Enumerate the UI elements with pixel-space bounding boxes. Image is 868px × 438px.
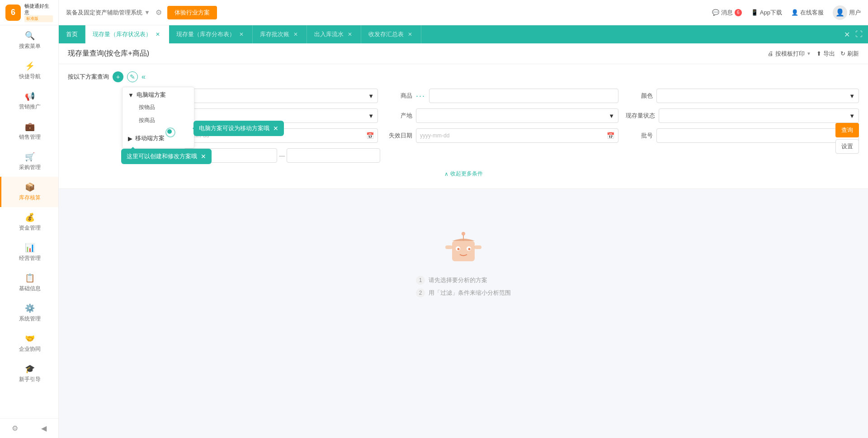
svg-rect-5 [445,245,453,249]
user-action[interactable]: 👤 用户 [833,5,861,20]
sidebar-item-management[interactable]: 📊 经营管理 [0,237,58,268]
chevron-down-icon: ▼ [144,9,150,16]
message-action[interactable]: 💬 消息 6 [712,9,742,17]
chevron-down-color: ▼ [849,93,855,99]
inventory-icon: 📦 [25,182,35,192]
chevron-down-origin: ▼ [609,113,614,119]
refresh-btn[interactable]: ↻ 刷新 [840,50,859,58]
tab-close-flow[interactable]: ✕ [346,31,354,38]
settings-bottom-btn[interactable]: ⚙ [12,424,18,433]
color-select[interactable]: ▼ [656,89,859,103]
export-btn[interactable]: ⬆ 导出 [816,50,835,58]
scheme-item-product2[interactable]: 按商品 [128,114,189,127]
tab-close-stock-dist[interactable]: ✕ [238,31,245,38]
management-icon: 📊 [25,243,35,253]
sidebar-item-inventory[interactable]: 📦 库存核算 [0,177,58,207]
cooperation-icon: 🤝 [25,334,35,344]
system-icon: ⚙️ [25,303,35,313]
warehouse-select[interactable]: ▼ [189,89,378,103]
product-label: 商品 [385,92,412,100]
collapse-sidebar-btn[interactable]: ◀ [41,424,47,433]
expire-date-from[interactable]: yyyy-mm-dd 📅 [416,128,618,143]
tab-summary[interactable]: 收发存汇总表 ✕ [361,25,421,43]
tab-maximize-btn[interactable]: ⛶ [855,30,863,38]
tooltip-edit-scheme: 这里可以创建和修改方案哦 ✕ [121,149,212,164]
svg-point-8 [462,232,465,235]
tab-batch-account[interactable]: 库存批次账 ✕ [253,25,307,43]
sidebar-item-guide[interactable]: 🎓 新手引导 [0,358,58,389]
sidebar-item-basic[interactable]: 📋 基础信息 [0,268,58,298]
avatar: 👤 [833,5,847,20]
svg-point-4 [468,248,471,250]
tab-in-out-flow[interactable]: 出入库流水 ✕ [307,25,361,43]
chevron-down-warehouse: ▼ [368,93,374,99]
quicknav-icon: ⚡ [25,61,35,71]
system-selector[interactable]: 装备及固定资产辅助管理系统 ▼ [66,9,150,17]
message-icon: 💬 [712,9,719,16]
reset-button[interactable]: 设置 [835,139,859,154]
product-select[interactable] [429,89,618,103]
batch-label: 批号 [626,132,653,140]
origin-field: 产地 ▼ [385,108,618,123]
batch-input[interactable] [656,128,859,143]
stock-status-label: 现存量状态 [626,112,655,120]
sidebar-item-sales[interactable]: 💼 销售管理 [0,116,58,146]
stock-sep: — [279,152,285,159]
sidebar-item-search[interactable]: 🔍 搜索菜单 [0,25,58,56]
print-btn[interactable]: 🖨 按模板打印 ▼ [768,50,811,58]
logo-text: 畅捷通好生意 [24,3,53,16]
calendar-prod-from-icon: 📅 [366,132,374,139]
logo-area: 6 畅捷通好生意 标准版 [0,0,58,25]
scheme-item-product1[interactable]: 按物品 [128,101,189,114]
sidebar-item-quicknav[interactable]: ⚡ 快捷导航 [0,56,58,86]
desktop-scheme-expand[interactable]: ▼ 电脑端方案 [128,91,189,99]
stock-status-select[interactable]: ▼ [659,108,859,123]
empty-state: 1 请先选择要分析的方案 2 用「过滤」条件来缩小分析范围 [59,189,868,334]
print-icon: 🖨 [768,50,774,57]
trial-button[interactable]: 体验行业方案 [167,6,217,19]
finance-icon: 💰 [25,212,35,222]
tooltip-add-close[interactable]: ✕ [273,125,278,132]
tab-close-all-btn[interactable]: ✕ [844,30,850,39]
sidebar-item-finance[interactable]: 💰 资金管理 [0,207,58,237]
tab-home[interactable]: 首页 [59,25,85,43]
batch-field: 批号 [626,128,859,143]
tooltip-add-scheme: 电脑方案可设为移动方案哦 ✕ [193,121,284,136]
product-field: 商品 ··· [385,89,618,103]
add-scheme-btn[interactable]: + [113,71,123,82]
empty-step-1: 1 请先选择要分析的方案 [416,276,511,285]
tab-bar: 首页 现存量（库存状况表） ✕ 现存量（库存分布表） ✕ 库存批次账 ✕ 出入库… [59,25,868,43]
back-arrow-btn[interactable]: « [142,73,146,81]
tab-close-summary[interactable]: ✕ [406,31,414,38]
sales-icon: 💼 [25,122,35,132]
tab-close-stock-status[interactable]: ✕ [154,31,161,38]
tab-stock-status[interactable]: 现存量（库存状况表） ✕ [85,25,169,43]
settings-icon[interactable]: ⚙ [156,8,162,17]
search-icon: 🔍 [25,31,35,41]
sidebar-item-cooperation[interactable]: 🤝 企业协同 [0,328,58,358]
collapse-filter-btn[interactable]: ∧ 收起更多条件 [68,166,859,181]
logo-icon: 6 [5,5,21,21]
tab-stock-distribution[interactable]: 现存量（库存分布表） ✕ [169,25,253,43]
support-icon: 👤 [791,9,798,16]
edit-scheme-btn[interactable]: ✎ [127,71,138,82]
stock-main-to[interactable] [287,148,380,163]
mobile-scheme-expand[interactable]: ▶ 移动端方案 [128,134,189,142]
sidebar-item-marketing[interactable]: 📢 营销推广 [0,86,58,116]
origin-select[interactable]: ▼ [416,108,618,123]
app-download-action[interactable]: 📱 App下载 [751,9,782,17]
sidebar: 6 畅捷通好生意 标准版 🔍 搜索菜单 ⚡ 快捷导航 📢 营销推广 💼 销售管理… [0,0,59,438]
color-field: 颜色 ▼ [626,89,859,103]
empty-step-2: 2 用「过滤」条件来缩小分析范围 [416,288,511,297]
sidebar-item-system[interactable]: ⚙️ 系统管理 [0,298,58,328]
basic-icon: 📋 [25,273,35,283]
online-support-action[interactable]: 👤 在线客服 [791,9,824,17]
product-dots: ··· [416,91,425,101]
sidebar-item-purchase[interactable]: 🛒 采购管理 [0,146,58,177]
tab-close-batch[interactable]: ✕ [292,31,299,38]
tooltip-edit-close[interactable]: ✕ [201,153,206,160]
svg-rect-6 [474,245,481,249]
phone-icon: 📱 [751,9,758,16]
desktop-scheme-group: ▼ 电脑端方案 按物品 按商品 [123,87,194,131]
search-button[interactable]: 查询 [835,123,859,137]
